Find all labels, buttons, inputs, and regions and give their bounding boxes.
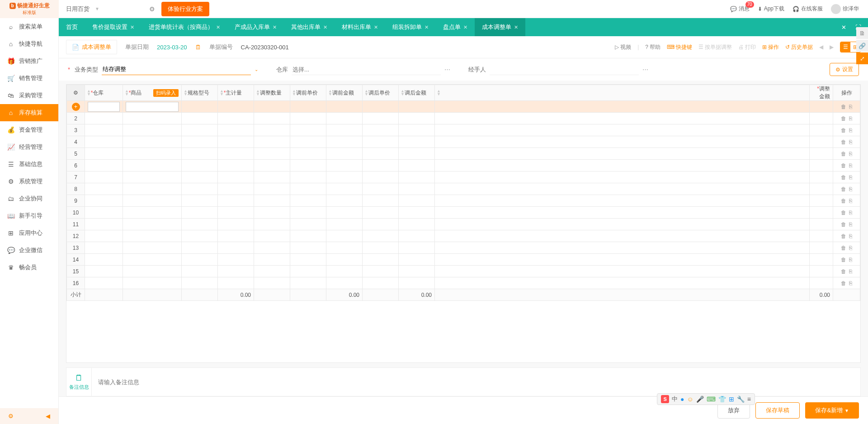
- ime-emoji-icon[interactable]: ☺: [687, 395, 693, 403]
- tab-5[interactable]: 材料出库单✕: [335, 18, 385, 36]
- more-icon[interactable]: ⋯: [642, 66, 648, 73]
- copy-row-icon[interactable]: ⎘: [849, 174, 852, 181]
- delete-row-icon[interactable]: 🗑: [841, 210, 846, 216]
- ime-punct-icon[interactable]: ●: [680, 395, 684, 403]
- copy-row-icon[interactable]: ⎘: [849, 221, 852, 228]
- chevron-down-icon[interactable]: ⌄: [255, 67, 258, 72]
- close-icon[interactable]: ✕: [323, 24, 327, 30]
- copy-row-icon[interactable]: ⎘: [849, 115, 852, 122]
- ime-lang[interactable]: 中: [672, 395, 678, 403]
- copy-row-icon[interactable]: ⎘: [849, 233, 852, 239]
- more-icon[interactable]: ⋯: [444, 66, 450, 73]
- col-before-amount[interactable]: ▲▼ 调前金额: [326, 85, 363, 101]
- delete-row-icon[interactable]: 🗑: [841, 127, 846, 133]
- delete-row-icon[interactable]: 🗑: [841, 221, 846, 228]
- copy-row-icon[interactable]: ⎘: [849, 257, 852, 263]
- tab-0[interactable]: 首页: [59, 18, 85, 36]
- table-row[interactable]: 9 🗑⎘: [67, 195, 860, 207]
- delete-row-icon[interactable]: 🗑: [841, 115, 846, 122]
- close-icon[interactable]: ✕: [130, 24, 134, 30]
- settings-icon[interactable]: ⚙: [8, 413, 14, 419]
- delete-row-icon[interactable]: 🗑: [841, 280, 846, 286]
- biz-type-input[interactable]: [102, 64, 251, 75]
- user-menu[interactable]: 徐泽华: [831, 4, 859, 14]
- col-after-price[interactable]: ▲▼ 调后单价: [363, 85, 399, 101]
- delete-row-icon[interactable]: 🗑: [841, 245, 846, 251]
- copy-row-icon[interactable]: ⎘: [849, 104, 852, 110]
- delete-row-icon[interactable]: 🗑: [841, 186, 846, 192]
- col-before-price[interactable]: ▲▼ 调前单价: [290, 85, 326, 101]
- tab-6[interactable]: 组装拆卸单✕: [385, 18, 436, 36]
- history-action[interactable]: ↺历史单据: [785, 43, 813, 51]
- help-action[interactable]: ?帮助: [645, 43, 660, 51]
- copy-row-icon[interactable]: ⎘: [849, 280, 852, 286]
- ime-tool-icon[interactable]: ⊞: [729, 395, 734, 403]
- tab-close-all-icon[interactable]: ✕: [838, 22, 849, 33]
- copy-row-icon[interactable]: ⎘: [849, 162, 852, 169]
- table-row[interactable]: + 🗑⎘: [67, 101, 860, 113]
- remark-input[interactable]: [92, 379, 860, 386]
- sidebar-item-14[interactable]: ♛畅会员: [0, 259, 58, 276]
- sidebar-item-1[interactable]: ⌂快捷导航: [0, 35, 58, 52]
- copy-row-icon[interactable]: ⎘: [849, 245, 852, 251]
- rail-expand-icon[interactable]: ⤢: [856, 52, 868, 64]
- table-row[interactable]: 11 🗑⎘: [67, 219, 860, 230]
- delete-row-icon[interactable]: 🗑: [841, 198, 846, 204]
- settings-button[interactable]: ⚙设置: [830, 63, 859, 76]
- copy-row-icon[interactable]: ⎘: [849, 268, 852, 275]
- date-value[interactable]: 2023-03-20: [157, 44, 187, 51]
- col-spec[interactable]: ▲▼ 规格型号: [182, 85, 218, 101]
- warehouse-input[interactable]: [292, 64, 441, 75]
- col-adjust-amount[interactable]: *调整金额: [810, 85, 833, 101]
- tab-7[interactable]: 盘点单✕: [436, 18, 475, 36]
- sidebar-item-4[interactable]: 🛍采购管理: [0, 87, 58, 104]
- sidebar-item-3[interactable]: 🛒销售管理: [0, 70, 58, 87]
- sidebar-item-2[interactable]: 🎁营销推广: [0, 52, 58, 70]
- ime-skin-icon[interactable]: 👕: [718, 395, 726, 403]
- messages-action[interactable]: 💬 消息 70: [730, 5, 750, 13]
- industry-plan-button[interactable]: 体验行业方案: [161, 2, 209, 16]
- ime-more-icon[interactable]: ≡: [747, 395, 751, 403]
- tab-8[interactable]: 成本调整单✕: [475, 18, 525, 36]
- delete-row-icon[interactable]: 🗑: [841, 151, 846, 157]
- table-row[interactable]: 12 🗑⎘: [67, 230, 860, 242]
- col-after-amount[interactable]: ▲▼ 调后金额: [399, 85, 435, 101]
- ime-settings-icon[interactable]: 🔧: [737, 395, 745, 403]
- tab-4[interactable]: 其他出库单✕: [284, 18, 335, 36]
- app-download-action[interactable]: ⬇ App下载: [758, 5, 784, 13]
- close-icon[interactable]: ✕: [514, 24, 518, 30]
- delete-row-icon[interactable]: 🗑: [841, 174, 846, 181]
- tab-1[interactable]: 售价提取设置✕: [85, 18, 142, 36]
- ime-mic-icon[interactable]: 🎤: [696, 395, 704, 403]
- ime-bar[interactable]: S 中 ● ☺ 🎤 ⌨ 👕 ⊞ 🔧 ≡: [657, 393, 755, 405]
- warehouse-cell-input[interactable]: [88, 102, 120, 112]
- tab-2[interactable]: 进货单统计表（按商品）✕: [142, 18, 227, 36]
- save-draft-button[interactable]: 保存草稿: [755, 402, 800, 419]
- table-row[interactable]: 3 🗑⎘: [67, 124, 860, 136]
- table-row[interactable]: 16 🗑⎘: [67, 277, 860, 289]
- sidebar-item-11[interactable]: 📖新手引导: [0, 207, 58, 224]
- gear-icon[interactable]: ⚙: [149, 5, 155, 13]
- delete-row-icon[interactable]: 🗑: [841, 257, 846, 263]
- table-row[interactable]: 10 🗑⎘: [67, 207, 860, 219]
- brand-logo[interactable]: b畅捷通好生意 标准版: [0, 0, 59, 18]
- delete-row-icon[interactable]: 🗑: [841, 162, 846, 169]
- sidebar-item-9[interactable]: ⚙系统管理: [0, 173, 58, 190]
- close-icon[interactable]: ✕: [273, 24, 277, 30]
- rail-link-icon[interactable]: 🔗: [856, 40, 868, 52]
- close-icon[interactable]: ✕: [463, 24, 467, 30]
- table-row[interactable]: 15 🗑⎘: [67, 266, 860, 277]
- collapse-icon[interactable]: ◀: [46, 413, 50, 419]
- table-row[interactable]: 7 🗑⎘: [67, 172, 860, 183]
- sidebar-item-6[interactable]: 💰资金管理: [0, 121, 58, 138]
- sidebar-item-10[interactable]: 🗂企业协同: [0, 190, 58, 207]
- delete-row-icon[interactable]: 🗑: [841, 268, 846, 275]
- add-row-button[interactable]: +: [72, 103, 80, 111]
- copy-row-icon[interactable]: ⎘: [849, 151, 852, 157]
- copy-row-icon[interactable]: ⎘: [849, 127, 852, 133]
- save-new-button[interactable]: 保存&新增▼: [805, 402, 859, 419]
- table-row[interactable]: 5 🗑⎘: [67, 148, 860, 160]
- sidebar-item-0[interactable]: ⌕搜索菜单: [0, 18, 58, 35]
- prev-doc-icon[interactable]: ◀: [819, 44, 823, 50]
- calendar-icon[interactable]: 🗓: [195, 44, 201, 51]
